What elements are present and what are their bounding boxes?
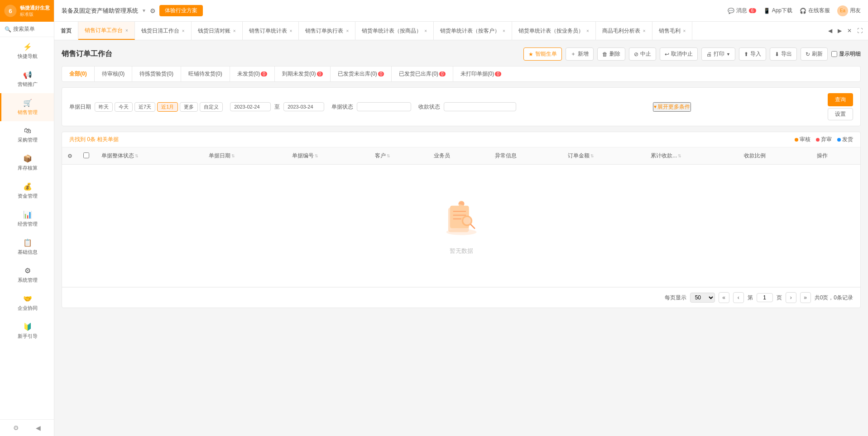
page-last-btn[interactable]: »: [800, 292, 811, 303]
tab-cash-daily[interactable]: 钱货日清工作台×: [135, 22, 192, 40]
col-collected[interactable]: 累计收款...⇅: [645, 147, 739, 165]
industry-btn[interactable]: 体验行业方案: [159, 5, 203, 16]
sidebar-item-system[interactable]: ⚙系统管理: [0, 261, 54, 289]
message-btn[interactable]: 💬 消息 6: [728, 7, 756, 14]
select-all-checkbox[interactable]: [83, 152, 89, 158]
tab-close-all-btn[interactable]: ✕: [845, 27, 854, 35]
col-checkbox[interactable]: [78, 147, 96, 165]
col-customer[interactable]: 客户⇅: [369, 147, 428, 165]
tab-sales-workbench[interactable]: 销售订单工作台×: [78, 22, 135, 40]
sidebar-item-base[interactable]: 📋基础信息: [0, 233, 54, 261]
col-settings[interactable]: ⚙: [62, 147, 78, 165]
filter-tab-wangpu-ship[interactable]: 旺铺待发货(0): [181, 66, 230, 81]
date-btn-近7天[interactable]: 近7天: [134, 102, 155, 112]
sidebar-item-sales[interactable]: 🛒销售管理: [0, 93, 54, 121]
tab-close-sales-exec[interactable]: ×: [346, 28, 349, 33]
tab-home[interactable]: 首页: [54, 22, 78, 40]
date-btn-昨天[interactable]: 昨天: [95, 102, 113, 112]
tab-close-sales-summary-customer[interactable]: ×: [503, 28, 505, 33]
filter-tab-shipped-out[interactable]: 已发货已出库(0)0: [392, 66, 453, 81]
tab-scroll-right-btn[interactable]: ▶: [836, 27, 844, 35]
sidebar-item-marketing[interactable]: 📢营销推广: [0, 65, 54, 93]
tab-close-sales-margin[interactable]: ×: [683, 28, 686, 33]
tab-scroll-left-btn[interactable]: ◀: [826, 27, 834, 35]
page-next-btn[interactable]: ›: [786, 292, 796, 303]
date-btn-今天[interactable]: 今天: [115, 102, 133, 112]
col-number[interactable]: 单据编号⇅: [287, 147, 370, 165]
sidebar-item-finance[interactable]: 💰资金管理: [0, 177, 54, 205]
add-btn[interactable]: ＋ 新增: [566, 47, 594, 61]
sidebar-item-inventory[interactable]: 📦库存核算: [0, 149, 54, 177]
tab-sales-margin[interactable]: 销售毛利×: [652, 22, 693, 40]
filter-tab-pending-inspect[interactable]: 待拣货验货(0): [132, 66, 181, 81]
date-btn-自定义[interactable]: 自定义: [200, 102, 223, 112]
table-count-value: 0条: [87, 136, 96, 142]
filter-tab-not-printed[interactable]: 未打印单据(0)0: [453, 66, 508, 81]
sidebar-item-operation[interactable]: 📊经营管理: [0, 205, 54, 233]
col-amount[interactable]: 订单金额⇅: [562, 147, 646, 165]
ship-action-btn[interactable]: 发货: [837, 136, 853, 143]
payment-select[interactable]: [444, 102, 516, 111]
cancel-stop-btn[interactable]: ↩ 取消中止: [660, 47, 698, 61]
tab-close-sales-summary-staff[interactable]: ×: [586, 28, 589, 33]
page-number-input[interactable]: [757, 293, 773, 302]
filter-tab-pending-review[interactable]: 待审核(0): [95, 66, 133, 81]
main-content: 装备及固定资产辅助管理系统 ▼ ⚙ 体验行业方案 💬 消息 6 📱 App下载 …: [54, 0, 868, 436]
settings-btn[interactable]: 设置: [828, 108, 853, 120]
reject-action-btn[interactable]: 弃审: [816, 136, 832, 143]
collapse-sidebar-btn[interactable]: ◀: [36, 424, 41, 431]
page-first-btn[interactable]: «: [719, 292, 729, 303]
header-settings-btn[interactable]: ⚙: [150, 7, 156, 14]
sidebar-item-corp[interactable]: 🤝企业协同: [0, 289, 54, 317]
import-btn[interactable]: ⬆ 导入: [739, 47, 766, 61]
tab-close-gross-margin[interactable]: ×: [643, 28, 646, 33]
col-status[interactable]: 单据整体状态⇅: [96, 147, 203, 165]
tab-sales-summary-product[interactable]: 销货单统计表（按商品）×: [355, 22, 434, 40]
show-detail-checkbox[interactable]: [831, 51, 837, 57]
tab-cash-reconcile[interactable]: 钱货日清对账×: [192, 22, 243, 40]
tab-fullscreen-btn[interactable]: ⛶: [855, 27, 864, 35]
sidebar-item-quick-nav[interactable]: ⚡快捷导航: [0, 37, 54, 65]
col-date[interactable]: 单据日期⇅: [203, 147, 287, 165]
app-download-btn[interactable]: 📱 App下载: [763, 7, 792, 14]
filter-tab-not-shipped[interactable]: 未发货(0)0: [230, 66, 275, 81]
date-btn-近1月[interactable]: 近1月: [157, 102, 178, 112]
date-btn-更多[interactable]: 更多: [180, 102, 198, 112]
filter-tab-all[interactable]: 全部(0): [62, 66, 95, 81]
query-btn[interactable]: 查询: [828, 93, 853, 106]
filter-tab-expired-not-shipped[interactable]: 到期未发货(0)0: [275, 66, 331, 81]
sidebar-item-purchase[interactable]: 🛍采购管理: [0, 121, 54, 149]
refresh-btn[interactable]: ↻ 刷新: [801, 47, 828, 61]
filter-tab-shipped-not-out[interactable]: 已发货未出库(0)0: [331, 66, 392, 81]
show-detail-label[interactable]: 显示明细: [831, 50, 861, 58]
date-to-input[interactable]: [283, 102, 324, 111]
tab-sales-summary-staff[interactable]: 销货单统计表（按业务员）×: [512, 22, 596, 40]
tab-gross-margin[interactable]: 商品毛利分析表×: [596, 22, 652, 40]
status-select[interactable]: [357, 102, 411, 111]
delete-btn[interactable]: 🗑 删除: [597, 47, 625, 61]
expand-conditions-btn[interactable]: ▾ 展开更多条件: [653, 102, 691, 112]
print-btn[interactable]: 🖨 打印 ▼: [701, 47, 735, 61]
review-action-btn[interactable]: 审核: [795, 136, 810, 143]
sidebar-item-guide[interactable]: 🔰新手引导: [0, 317, 54, 345]
tab-sales-exec[interactable]: 销售订单执行表×: [299, 22, 355, 40]
tab-close-cash-daily[interactable]: ×: [182, 28, 185, 33]
date-from-input[interactable]: [230, 102, 271, 111]
stop-btn[interactable]: ⊘ 中止: [629, 47, 656, 61]
header-dropdown-btn[interactable]: ▼: [142, 8, 146, 13]
tab-close-sales-stats[interactable]: ×: [290, 28, 293, 33]
page-size-select[interactable]: 10 20 50 100: [690, 293, 715, 303]
tab-list: 首页销售订单工作台×钱货日清工作台×钱货日清对账×销售订单统计表×销售订单执行表…: [54, 22, 823, 40]
tab-sales-stats[interactable]: 销售订单统计表×: [243, 22, 299, 40]
tab-sales-summary-customer[interactable]: 销货单统计表（按客户）×: [434, 22, 512, 40]
export-btn[interactable]: ⬇ 导出: [770, 47, 797, 61]
sidebar-search[interactable]: 🔍 搜索菜单: [0, 22, 54, 37]
settings-bottom-btn[interactable]: ⚙: [13, 424, 19, 431]
page-prev-btn[interactable]: ‹: [733, 292, 744, 303]
tab-close-cash-reconcile[interactable]: ×: [233, 28, 236, 33]
user-btn[interactable]: Ea 用友: [837, 5, 861, 16]
smart-create-btn[interactable]: ★ 智能生单: [523, 47, 562, 61]
tab-close-sales-workbench[interactable]: ×: [125, 28, 128, 33]
online-service-btn[interactable]: 🎧 在线客服: [800, 7, 830, 14]
tab-close-sales-summary-product[interactable]: ×: [424, 28, 427, 33]
